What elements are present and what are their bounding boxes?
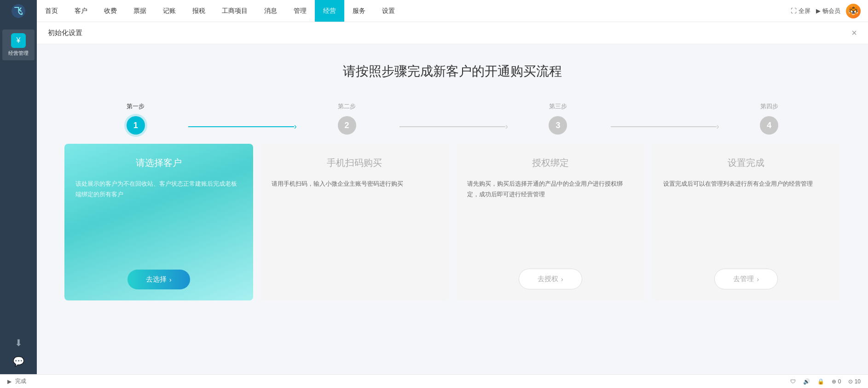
operations-icon: ¥ (11, 33, 26, 48)
close-button[interactable]: × (851, 28, 857, 38)
go-select-button[interactable]: 去选择 › (127, 270, 190, 289)
clock-display: ⊙ 10 (848, 378, 861, 385)
nav-fees[interactable]: 收费 (96, 0, 125, 22)
go-select-arrow: › (169, 276, 172, 283)
step-label-2: 第二步 (338, 102, 356, 111)
volume-icon[interactable]: 🔊 (803, 378, 810, 385)
nav-home[interactable]: 首页 (37, 0, 66, 22)
step-circle-4: 4 (760, 116, 778, 135)
avatar[interactable]: 🐯 (846, 4, 861, 18)
card-footer-3: 去授权 › (467, 269, 634, 289)
setup-heading: 请按照步骤完成新客户的开通购买流程 (64, 63, 840, 80)
step-label-4: 第四步 (760, 102, 778, 111)
shield-icon: 🛡 (790, 378, 796, 385)
fullscreen-icon: ⛶ (791, 7, 797, 14)
nav-tax[interactable]: 报税 (184, 0, 214, 22)
steps-row: 第一步 1 第二步 2 第三步 3 (64, 102, 840, 135)
vip-button[interactable]: ▶ 畅会员 (816, 7, 840, 15)
nav-messages[interactable]: 消息 (256, 0, 285, 22)
nav-invoices[interactable]: 票据 (125, 0, 155, 22)
nav-customer[interactable]: 客户 (66, 0, 96, 22)
notification-count: ⊕ 0 (832, 378, 841, 385)
nav-service[interactable]: 服务 (344, 0, 374, 22)
step-connector-2 (399, 126, 505, 127)
step-circle-2: 2 (338, 116, 356, 135)
vip-label: 畅会员 (822, 7, 840, 15)
card-title-3: 授权绑定 (467, 157, 634, 169)
nav-business[interactable]: 工商项目 (214, 0, 256, 22)
statusbar: ▶ 完成 🛡 🔊 🔒 ⊕ 0 ⊙ 10 (0, 374, 868, 388)
step-connector-1 (188, 126, 294, 127)
app-logo[interactable]: 飞 (0, 0, 37, 22)
card-body-1: 该处展示的客户为不在回收站、客户状态正常建账后完成老板端绑定的所有客户 (75, 178, 242, 260)
go-authorize-button[interactable]: 去授权 › (519, 269, 582, 289)
topbar: 飞 首页 客户 收费 票据 记账 报税 工商项目 消息 管理 经营 服务 设置 … (0, 0, 868, 22)
statusbar-left: ▶ 完成 (7, 377, 26, 385)
step-item-4: 第四步 4 (717, 102, 822, 135)
go-select-label: 去选择 (146, 275, 167, 284)
nav-settings[interactable]: 设置 (374, 0, 403, 22)
step-circle-3: 3 (549, 116, 567, 135)
step-connector-3 (611, 126, 716, 127)
sidebar: ¥ 经营管理 ⬇ 💬 (0, 22, 37, 374)
sidebar-item-label: 经营管理 (8, 50, 29, 57)
main-content: 初始化设置 × 请按照步骤完成新客户的开通购买流程 第一步 1 第二步 2 (37, 22, 868, 374)
statusbar-right: 🛡 🔊 🔒 ⊕ 0 ⊙ 10 (790, 378, 861, 385)
vip-icon: ▶ (816, 7, 821, 14)
card-footer-4: 去管理 › (663, 269, 830, 289)
main-nav: 首页 客户 收费 票据 记账 报税 工商项目 消息 管理 经营 服务 设置 (37, 0, 783, 22)
nav-accounting[interactable]: 记账 (155, 0, 184, 22)
page-title: 初始化设置 (48, 29, 82, 37)
page-header: 初始化设置 × (37, 22, 868, 44)
card-footer-1: 去选择 › (75, 270, 242, 289)
step-item-2: 第二步 2 (294, 102, 399, 135)
card-body-3: 请先购买，购买后选择开通的产品中的企业用户进行授权绑定，成功后即可进行经营管理 (467, 178, 634, 259)
card-body-4: 设置完成后可以在管理列表进行所有企业用户的经营管理 (663, 178, 830, 259)
card-2: 手机扫码购买 请用手机扫码，输入小微企业主账号密码进行购买 (260, 144, 449, 300)
layout: ¥ 经营管理 ⬇ 💬 初始化设置 × 请按照步骤完成新客户的开通购买流程 第一步… (0, 22, 868, 374)
go-manage-arrow: › (757, 275, 759, 283)
go-authorize-arrow: › (561, 275, 563, 283)
card-title-4: 设置完成 (663, 157, 830, 169)
card-title-2: 手机扫码购买 (272, 157, 438, 169)
cards-row: 请选择客户 该处展示的客户为不在回收站、客户状态正常建账后完成老板端绑定的所有客… (64, 144, 840, 300)
topbar-right: ⛶ 全屏 ▶ 畅会员 🐯 (783, 4, 868, 18)
card-title-1: 请选择客户 (75, 157, 242, 169)
step-label-3: 第三步 (549, 102, 567, 111)
step-circle-1: 1 (127, 116, 145, 135)
card-body-2: 请用手机扫码，输入小微企业主账号密码进行购买 (272, 178, 438, 280)
step-item-3: 第三步 3 (505, 102, 611, 135)
download-icon[interactable]: ⬇ (15, 337, 23, 348)
step-item-1: 第一步 1 (83, 102, 188, 135)
nav-management[interactable]: 管理 (285, 0, 315, 22)
card-3: 授权绑定 请先购买，购买后选择开通的产品中的企业用户进行授权绑定，成功后即可进行… (456, 144, 645, 300)
svg-text:飞: 飞 (14, 6, 23, 16)
status-text: 完成 (15, 377, 26, 385)
sidebar-bottom: ⬇ 💬 (13, 337, 24, 374)
sidebar-item-operations[interactable]: ¥ 经营管理 (2, 29, 35, 60)
fullscreen-label: 全屏 (799, 7, 810, 15)
nav-operations[interactable]: 经营 (315, 0, 344, 22)
card-4: 设置完成 设置完成后可以在管理列表进行所有企业用户的经营管理 去管理 › (652, 144, 841, 300)
fullscreen-button[interactable]: ⛶ 全屏 (791, 7, 810, 15)
go-manage-label: 去管理 (733, 275, 754, 283)
setup-container: 请按照步骤完成新客户的开通购买流程 第一步 1 第二步 2 (37, 44, 868, 319)
card-1: 请选择客户 该处展示的客户为不在回收站、客户状态正常建账后完成老板端绑定的所有客… (64, 144, 253, 300)
chat-icon[interactable]: 💬 (13, 356, 24, 367)
play-icon[interactable]: ▶ (7, 378, 12, 385)
lock-icon: 🔒 (817, 378, 824, 385)
go-authorize-label: 去授权 (538, 275, 558, 283)
step-label-1: 第一步 (127, 102, 145, 111)
go-manage-button[interactable]: 去管理 › (714, 269, 778, 289)
